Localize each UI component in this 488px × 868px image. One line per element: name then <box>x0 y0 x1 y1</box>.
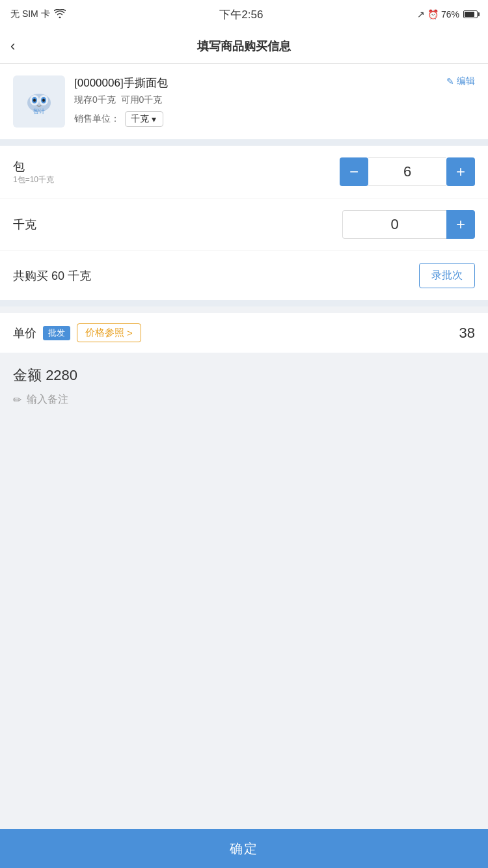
amount-row: 金额 2280 <box>13 366 475 385</box>
product-info: [0000006]手撕面包 现存0千克 可用0千克 销售单位： 千克 ▾ <box>74 75 475 127</box>
price-label: 单价 <box>13 325 36 341</box>
owl-logo-icon: 智计 <box>23 88 55 115</box>
note-row[interactable]: ✏ 输入备注 <box>13 393 475 407</box>
product-image: 智计 <box>13 75 65 128</box>
location-icon: ↗ <box>417 9 425 20</box>
pencil-icon: ✏ <box>13 394 21 406</box>
price-value: 38 <box>459 325 475 342</box>
battery-fill <box>465 12 474 17</box>
edit-icon: ✎ <box>446 76 454 87</box>
price-tag: 批发 <box>43 326 70 340</box>
kg-value-input[interactable] <box>342 210 446 239</box>
kg-input-row: 千克 + <box>0 198 488 251</box>
header: ‹ 填写商品购买信息 <box>0 29 488 64</box>
bag-value-input[interactable] <box>368 157 446 186</box>
product-unit-row: 销售单位： 千克 ▾ <box>74 111 475 127</box>
svg-text:智计: 智计 <box>33 108 45 115</box>
product-section: 智计 [0000006]手撕面包 现存0千克 可用0千克 销售单位： 千克 ▾ … <box>0 64 488 139</box>
kg-label: 千克 <box>13 217 52 232</box>
input-section: 包 1包=10千克 − + 千克 + 共购买 60 千克 录批次 <box>0 146 488 300</box>
edit-button[interactable]: ✎ 编辑 <box>446 75 475 87</box>
price-section: 单价 批发 价格参照 > 38 <box>0 313 488 353</box>
status-bar: 无 SIM 卡 下午2:56 ↗ ⏰ 76% <box>0 0 488 29</box>
divider-2 <box>0 300 488 306</box>
kg-controls: + <box>342 210 475 239</box>
summary-row: 共购买 60 千克 录批次 <box>0 251 488 300</box>
amount-section: 金额 2280 ✏ 输入备注 <box>0 353 488 414</box>
wifi-icon <box>54 9 66 20</box>
summary-text: 共购买 60 千克 <box>13 268 91 284</box>
bag-decrease-button[interactable]: − <box>340 157 368 186</box>
back-button[interactable]: ‹ <box>10 38 15 55</box>
bag-label: 包 1包=10千克 <box>13 159 54 185</box>
product-name: [0000006]手撕面包 <box>74 75 475 90</box>
batch-button[interactable]: 录批次 <box>419 263 475 288</box>
status-right: ↗ ⏰ 76% <box>417 9 478 20</box>
carrier-text: 无 SIM 卡 <box>10 8 50 20</box>
bag-input-row: 包 1包=10千克 − + <box>0 146 488 198</box>
svg-point-6 <box>42 99 45 102</box>
status-time: 下午2:56 <box>219 7 263 22</box>
note-label: 输入备注 <box>27 393 68 407</box>
page-title: 填写商品购买信息 <box>197 38 291 54</box>
svg-point-5 <box>33 99 36 102</box>
battery-bar <box>463 10 478 18</box>
divider-1 <box>0 139 488 146</box>
bag-increase-button[interactable]: + <box>446 157 475 186</box>
chevron-down-icon: ▾ <box>152 114 156 124</box>
product-stock: 现存0千克 可用0千克 <box>74 94 475 106</box>
confirm-button[interactable]: 确定 <box>230 840 258 858</box>
chevron-right-icon: > <box>127 327 133 338</box>
battery-percent: 76% <box>441 9 459 20</box>
alarm-icon: ⏰ <box>427 9 439 20</box>
price-ref-button[interactable]: 价格参照 > <box>77 323 141 342</box>
bag-controls: − + <box>340 157 475 186</box>
footer[interactable]: 确定 <box>0 829 488 868</box>
kg-increase-button[interactable]: + <box>446 210 475 239</box>
status-carrier: 无 SIM 卡 <box>10 8 66 20</box>
unit-select[interactable]: 千克 ▾ <box>125 111 163 127</box>
